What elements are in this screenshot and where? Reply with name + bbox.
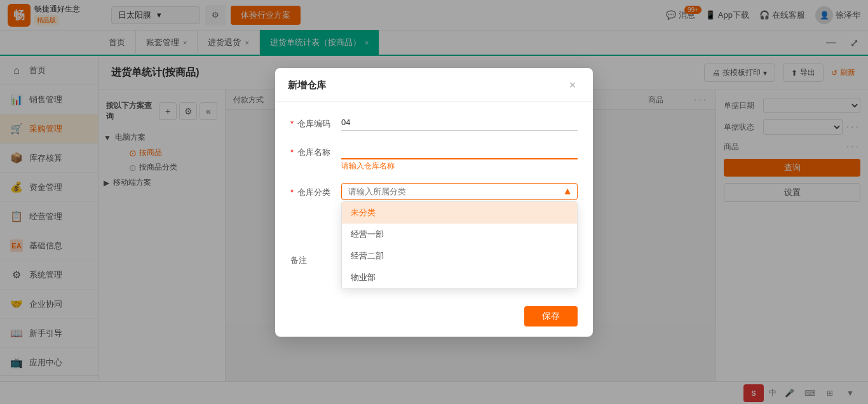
required-star: * xyxy=(290,119,294,128)
dropdown-item-property[interactable]: 物业部 xyxy=(342,267,577,288)
code-input[interactable] xyxy=(341,114,578,131)
code-label: * 仓库编码 xyxy=(290,114,341,130)
name-input[interactable] xyxy=(341,142,578,159)
modal-overlay: 新增仓库 × * 仓库编码 * 仓库名称 xyxy=(0,0,868,404)
category-input-wrap: ▲ xyxy=(341,183,578,200)
form-row-category: * 仓库分类 ▲ 未分类 经营一部 经营二部 物业部 xyxy=(290,183,578,200)
modal-close-button[interactable]: × xyxy=(565,78,580,93)
category-label: * 仓库分类 xyxy=(290,183,341,198)
form-row-name: * 仓库名称 请输入仓库名称 xyxy=(290,142,578,172)
modal-title: 新增仓库 xyxy=(288,79,326,91)
remark-label: 备注 xyxy=(290,251,341,266)
page-wrapper: 畅 畅捷通好生意 精品版 日太阳膜 ▾ ⚙ 体验行业方案 💬 消息 99+ 📱 … xyxy=(0,0,868,404)
dropdown-item-uncategorized[interactable]: 未分类 xyxy=(342,202,577,224)
modal-header: 新增仓库 × xyxy=(275,68,593,102)
dropdown-item-ops2[interactable]: 经营二部 xyxy=(342,245,577,267)
modal-body: * 仓库编码 * 仓库名称 请输入仓库名称 xyxy=(275,102,593,299)
modal-add-warehouse: 新增仓库 × * 仓库编码 * 仓库名称 xyxy=(275,68,593,337)
category-input[interactable] xyxy=(341,183,578,200)
name-error-msg: 请输入仓库名称 xyxy=(341,161,395,172)
modal-footer: 保存 xyxy=(275,299,593,337)
dropdown-item-ops1[interactable]: 经营一部 xyxy=(342,224,577,245)
category-dropdown: 未分类 经营一部 经营二部 物业部 xyxy=(341,201,578,289)
form-row-code: * 仓库编码 xyxy=(290,114,578,131)
modal-save-button[interactable]: 保存 xyxy=(524,306,578,327)
category-arrow-icon[interactable]: ▲ xyxy=(562,185,573,197)
name-label: * 仓库名称 xyxy=(290,143,341,158)
